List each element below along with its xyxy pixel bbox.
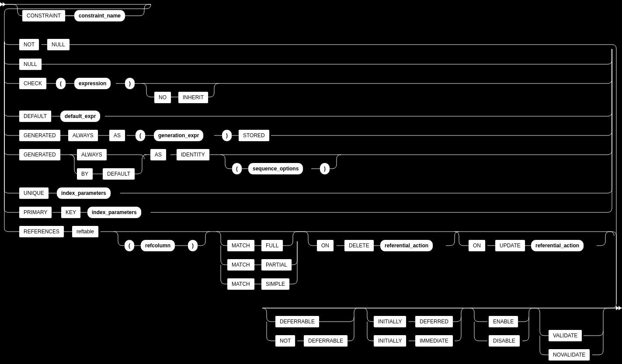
kw-key: KEY <box>61 207 80 218</box>
kw-no: NO <box>154 92 171 103</box>
svg-marker-1 <box>3 2 6 7</box>
kw-stored: STORED <box>239 130 269 141</box>
kw-full: FULL <box>261 240 283 251</box>
kw-not2: NOT <box>275 335 295 347</box>
rule-generation-expr[interactable]: generation_expr <box>154 130 203 141</box>
kw-match3: MATCH <box>227 278 254 290</box>
rule-default-expr[interactable]: default_expr <box>60 111 100 122</box>
kw-enable: ENABLE <box>489 316 518 327</box>
kw-update: UPDATE <box>495 240 525 251</box>
kw-immediate: IMMEDIATE <box>415 335 453 347</box>
kw-partial: PARTIAL <box>261 259 292 270</box>
kw-inherit: INHERIT <box>178 92 208 103</box>
rule-index-parameters2[interactable]: index_parameters <box>87 207 141 218</box>
kw-novalidate: NOVALIDATE <box>549 349 590 361</box>
kw-by: BY <box>77 168 93 180</box>
lparen-gen: ( <box>136 130 145 141</box>
kw-identity: IDENTITY <box>177 149 209 160</box>
kw-match2: MATCH <box>227 259 254 270</box>
rule-sequence-options[interactable]: sequence_options <box>248 163 303 174</box>
kw-default: DEFAULT <box>19 111 51 122</box>
kw-initially2: INITIALLY <box>374 335 406 347</box>
kw-deferrable2: DEFERRABLE <box>304 335 347 347</box>
rule-constraint-name[interactable]: constraint_name <box>74 10 125 21</box>
kw-initially1: INITIALLY <box>374 316 406 327</box>
rule-ref-action-upd[interactable]: referential_action <box>531 240 584 251</box>
kw-primary: PRIMARY <box>19 207 52 218</box>
kw-default2: DEFAULT <box>103 168 135 180</box>
kw-reftable[interactable]: reftable <box>72 226 98 237</box>
kw-not: NOT <box>19 39 39 50</box>
kw-always: ALWAYS <box>68 130 98 141</box>
kw-unique: UNIQUE <box>19 187 49 199</box>
svg-marker-0 <box>0 2 3 7</box>
kw-disable: DISABLE <box>489 335 520 347</box>
rparen-check: ) <box>125 78 135 89</box>
kw-delete: DELETE <box>344 240 374 251</box>
rparen-seq: ) <box>320 163 330 174</box>
kw-references: REFERENCES <box>19 226 64 237</box>
kw-always2: ALWAYS <box>77 149 107 160</box>
lparen-ref: ( <box>125 240 134 251</box>
kw-as2: AS <box>150 149 166 160</box>
kw-deferrable: DEFERRABLE <box>275 316 319 327</box>
kw-check: CHECK <box>19 78 46 89</box>
kw-generated: GENERATED <box>19 130 60 141</box>
end-arrow <box>616 306 622 310</box>
rule-index-parameters[interactable]: index_parameters <box>57 187 111 199</box>
kw-deferred: DEFERRED <box>415 316 453 327</box>
kw-generated2: GENERATED <box>19 149 60 160</box>
kw-validate: VALIDATE <box>549 330 582 341</box>
rule-refcolumn[interactable]: refcolumn <box>141 240 175 251</box>
kw-simple: SIMPLE <box>261 278 289 290</box>
rule-expression[interactable]: expression <box>74 78 111 89</box>
rule-ref-action-del[interactable]: referential_action <box>380 240 433 251</box>
kw-constraint: CONSTRAINT <box>22 10 65 21</box>
kw-on-del: ON <box>317 240 334 251</box>
rparen-ref: ) <box>188 240 198 251</box>
start-arrow <box>0 2 6 7</box>
lparen-seq: ( <box>232 163 242 174</box>
svg-marker-2 <box>616 306 619 310</box>
lparen-check: ( <box>56 78 66 89</box>
rparen-gen: ) <box>222 130 232 141</box>
kw-match1: MATCH <box>227 240 254 251</box>
kw-as: AS <box>109 130 125 141</box>
kw-null: NULL <box>47 39 69 50</box>
kw-on-upd: ON <box>469 240 485 251</box>
svg-marker-3 <box>619 306 622 310</box>
kw-null2: NULL <box>19 59 42 70</box>
